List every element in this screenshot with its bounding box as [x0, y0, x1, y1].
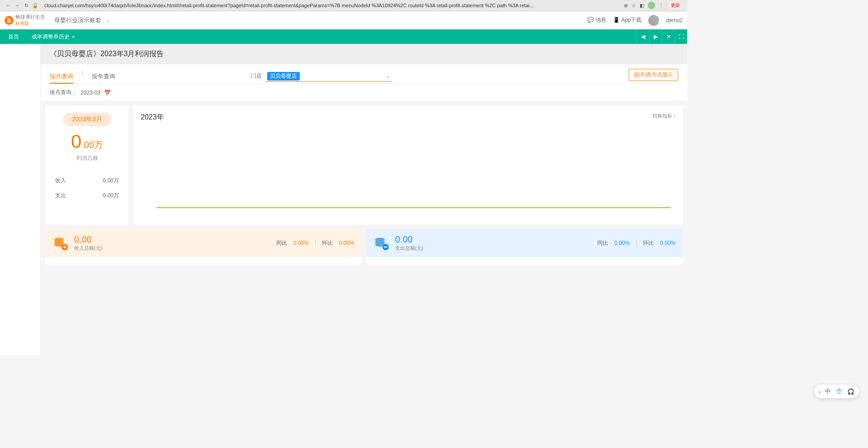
tab-by-year[interactable]: 按年查询: [92, 70, 115, 83]
tab-scroll-left[interactable]: ◀: [637, 29, 649, 44]
app-header: b 畅捷通好生意 标准版 母婴行业演示账套 ⌄ 💬 消息 📱 App下载 dem…: [0, 11, 687, 29]
translate-icon[interactable]: ⊕: [624, 3, 628, 9]
coins-minus-icon: [373, 235, 390, 251]
income-row: 收入0.00万: [52, 173, 122, 188]
reload-icon[interactable]: ↻: [22, 3, 31, 9]
expense-sub: 支出总额(元): [395, 245, 423, 252]
store-selector[interactable]: 门店 贝贝母婴店 ⌄: [251, 71, 392, 82]
income-header: 0.00 收入总额(元) 同比 0.00% 环比 0.00%: [45, 229, 362, 257]
forward-icon[interactable]: →: [13, 3, 22, 8]
menu-icon[interactable]: ⋮: [659, 3, 664, 9]
income-sub: 收入总额(元): [74, 245, 102, 252]
sidebar: [0, 44, 41, 355]
chart-title: 2023年: [141, 113, 675, 122]
expense-yoy: 0.00%: [614, 240, 630, 246]
chevron-down-icon: ⌄: [386, 73, 390, 79]
page-title: 《贝贝母婴店》2023年3月利润报告: [41, 44, 687, 64]
tab-home[interactable]: 首页: [0, 29, 27, 44]
url-bar[interactable]: cloud.chanjet.com/hsy/u400r74daqxh/Iole3…: [44, 3, 624, 8]
update-chip[interactable]: 更新: [667, 2, 684, 9]
switch-indicator[interactable]: 切换指标 ›: [652, 113, 675, 119]
username[interactable]: demo2: [666, 17, 683, 24]
expense-row: 支出0.00万: [52, 188, 122, 203]
download-link[interactable]: 📱 App下载: [613, 16, 642, 24]
main-tab[interactable]: 成本调整单历史✕: [27, 29, 80, 44]
filter-bar: 按月查询 按年查询 门店 贝贝母婴店 ⌄ ▦ 列表方式显示: [41, 64, 687, 84]
chevron-down-icon: ⌄: [106, 17, 111, 24]
separator: [82, 70, 83, 76]
expense-mom: 0.00%: [660, 240, 675, 246]
store-value: 贝贝母婴店: [267, 72, 300, 81]
summary-card: 2023年3月 0.00万 利润总额 收入0.00万 支出0.00万: [45, 105, 129, 224]
extension-icon[interactable]: ◧: [640, 3, 644, 9]
store-label: 门店: [251, 72, 262, 80]
profit-label: 利润总额: [52, 154, 122, 162]
query-label: 按月查询：: [50, 89, 77, 96]
logo: b 畅捷通好生意 标准版: [5, 14, 45, 27]
query-row: 按月查询： 2023-03 📅: [41, 84, 687, 101]
income-total: 0.00: [74, 234, 102, 245]
main-tab-bar: 首页 成本调整单历史✕ ◀ ▶ ✕ ⛶: [0, 29, 687, 44]
expense-total: 0.00: [395, 234, 423, 245]
expense-header: 0.00 支出总额(元) 同比 0.00% 环比 0.00%: [366, 229, 683, 257]
trend-chart: 2023年 切换指标 ›: [133, 105, 683, 224]
logo-icon: b: [5, 16, 14, 25]
lock-icon: 🔒: [31, 3, 40, 9]
y-axis: [141, 127, 154, 208]
expense-line: [156, 207, 671, 208]
tab-close-all[interactable]: ✕: [662, 29, 675, 44]
calendar-icon[interactable]: 📅: [104, 90, 111, 96]
profile-icon[interactable]: [648, 2, 655, 9]
browser-chrome: ← → ↻ 🔒 cloud.chanjet.com/hsy/u400r74daq…: [0, 0, 687, 11]
expense-panel: 0.00 支出总额(元) 同比 0.00% 环比 0.00%: [366, 229, 683, 264]
message-link[interactable]: 💬 消息: [587, 16, 606, 24]
income-mom: 0.00%: [339, 240, 354, 246]
list-view-button[interactable]: ▦ 列表方式显示: [629, 69, 678, 81]
query-value: 2023-03: [80, 90, 100, 96]
star-icon[interactable]: ☆: [632, 3, 636, 9]
close-icon[interactable]: ✕: [71, 34, 75, 39]
plot-area: [156, 127, 671, 208]
tab-by-month[interactable]: 按月查询: [50, 70, 73, 83]
brand-text: 畅捷通好生意: [15, 14, 45, 20]
avatar[interactable]: [648, 15, 659, 26]
back-icon[interactable]: ←: [4, 3, 13, 8]
tab-scroll-right[interactable]: ▶: [649, 29, 662, 44]
fullscreen-icon[interactable]: ⛶: [675, 29, 687, 44]
coins-plus-icon: [52, 235, 69, 251]
income-yoy: 0.00%: [293, 240, 309, 246]
edition-text: 标准版: [15, 20, 45, 27]
income-panel: 0.00 收入总额(元) 同比 0.00% 环比 0.00%: [45, 229, 362, 264]
content-area: 《贝贝母婴店》2023年3月利润报告 按月查询 按年查询 门店 贝贝母婴店 ⌄ …: [41, 44, 687, 355]
account-selector[interactable]: 母婴行业演示账套 ⌄: [54, 16, 587, 24]
period-pill: 2023年3月: [63, 113, 111, 126]
profit-total: 0.00万: [52, 131, 122, 153]
